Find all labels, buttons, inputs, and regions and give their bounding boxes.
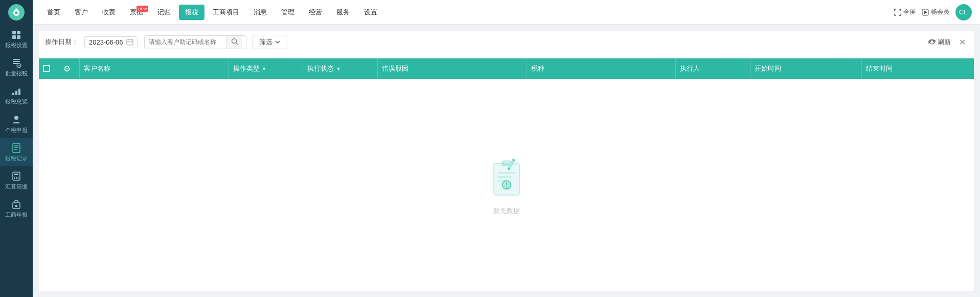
svg-point-20 xyxy=(16,177,17,178)
top-navigation: 首页 客户 收费 票据 new 记账 报税 工商项目 消息 管理 经营 服务 设… xyxy=(33,0,980,25)
svg-point-12 xyxy=(14,116,18,120)
close-button[interactable]: ✕ xyxy=(957,36,968,48)
tax-overview-icon xyxy=(10,85,22,97)
nav-operations[interactable]: 经营 xyxy=(303,5,328,20)
content-area: 操作日期： 2023-06-06 xyxy=(33,25,980,297)
nav-business[interactable]: 工商项目 xyxy=(207,5,245,20)
sidebar: 报税设置 批量报税 报税总览 xyxy=(0,0,33,297)
nav-customer[interactable]: 客户 xyxy=(69,5,94,20)
svg-rect-35 xyxy=(497,172,516,174)
play-icon xyxy=(922,9,929,16)
sidebar-item-batch-tax[interactable]: 批量报税 xyxy=(0,53,33,81)
tax-records-icon xyxy=(10,142,22,154)
new-badge: new xyxy=(136,6,148,12)
nav-tax[interactable]: 报税 xyxy=(179,5,204,20)
svg-rect-10 xyxy=(15,91,17,95)
chevron-down-icon xyxy=(275,39,281,45)
svg-rect-1 xyxy=(12,31,16,34)
svg-marker-28 xyxy=(924,10,927,14)
svg-rect-6 xyxy=(13,61,20,62)
sidebar-item-label: 汇算清缴 xyxy=(5,183,28,190)
start-time-col-header: 开始时间 xyxy=(750,58,862,79)
tax-settings-icon xyxy=(10,29,22,41)
nav-bookkeeping[interactable]: 记账 xyxy=(151,5,177,20)
settings-icon: ⚙ xyxy=(63,64,71,74)
sidebar-item-tax-settings[interactable]: 报税设置 xyxy=(0,25,33,53)
svg-rect-32 xyxy=(494,163,519,195)
svg-rect-26 xyxy=(15,205,17,207)
checkbox-header[interactable] xyxy=(39,58,59,79)
svg-point-22 xyxy=(14,178,15,179)
svg-point-21 xyxy=(18,177,19,178)
nav-settings[interactable]: 设置 xyxy=(358,5,383,20)
gear-header[interactable]: ⚙ xyxy=(59,58,80,79)
nav-items: 首页 客户 收费 票据 new 记账 报税 工商项目 消息 管理 经营 服务 设… xyxy=(41,5,894,20)
svg-point-30 xyxy=(232,38,236,43)
refresh-button[interactable]: 刷新 xyxy=(928,37,951,47)
end-time-col-header: 结束时间 xyxy=(862,58,974,79)
svg-point-41 xyxy=(506,186,507,187)
svg-rect-34 xyxy=(504,160,510,163)
calc-icon xyxy=(10,170,22,182)
logo-icon xyxy=(8,4,25,20)
personal-tax-icon xyxy=(10,114,22,126)
sidebar-item-label: 个税申报 xyxy=(5,127,28,134)
sidebar-item-label: 报税记录 xyxy=(5,155,28,162)
fullscreen-btn[interactable]: 全屏 xyxy=(894,8,916,16)
sidebar-item-tax-overview[interactable]: 报税总览 xyxy=(0,81,33,109)
nav-home[interactable]: 首页 xyxy=(41,5,66,20)
sidebar-item-annual-report[interactable]: 工商年报 xyxy=(0,194,33,222)
table-body: 暂无数据 xyxy=(39,79,974,291)
svg-rect-40 xyxy=(506,182,507,185)
refresh-icon xyxy=(928,38,936,46)
svg-rect-5 xyxy=(13,59,20,60)
empty-illustration xyxy=(486,154,527,200)
filter-bar: 操作日期： 2023-06-06 xyxy=(39,31,974,53)
sidebar-item-tax-records[interactable]: 报税记录 xyxy=(0,138,33,166)
date-picker[interactable]: 2023-06-06 xyxy=(84,36,138,48)
sidebar-item-personal-tax[interactable]: 个税申报 xyxy=(0,110,33,138)
page: 操作日期： 2023-06-06 xyxy=(33,25,980,297)
search-input[interactable] xyxy=(145,36,226,48)
nav-billing[interactable]: 收费 xyxy=(96,5,122,20)
user-avatar[interactable]: CE xyxy=(955,4,972,20)
table-header: ⚙ 客户名称 操作类型 ▼ 执行状态 ▼ xyxy=(39,58,974,79)
svg-point-0 xyxy=(15,12,18,14)
nav-service[interactable]: 服务 xyxy=(330,5,356,20)
exec-status-sort-icon[interactable]: ▼ xyxy=(336,66,341,72)
svg-point-24 xyxy=(18,178,19,179)
topnav-right: 全屏 畅会员 CE xyxy=(894,4,972,20)
svg-rect-2 xyxy=(17,31,20,34)
fullscreen-icon xyxy=(894,9,901,16)
op-type-sort-icon[interactable]: ▼ xyxy=(262,66,267,72)
svg-rect-29 xyxy=(127,39,133,45)
search-wrap xyxy=(144,35,246,49)
date-label: 操作日期： xyxy=(45,37,78,47)
batch-tax-icon xyxy=(10,57,22,69)
filter-button[interactable]: 筛选 xyxy=(253,35,287,49)
svg-rect-11 xyxy=(18,89,20,95)
search-icon xyxy=(231,38,238,45)
sidebar-item-calc-payment[interactable]: 汇算清缴 xyxy=(0,166,33,194)
svg-rect-7 xyxy=(13,63,18,64)
svg-rect-18 xyxy=(14,174,18,175)
calendar-icon xyxy=(126,38,133,46)
member-btn[interactable]: 畅会员 xyxy=(922,8,949,16)
op-type-col-header: 操作类型 ▼ xyxy=(229,58,304,79)
nav-invoice[interactable]: 票据 new xyxy=(124,5,149,20)
svg-point-19 xyxy=(14,177,15,178)
svg-rect-14 xyxy=(14,145,18,146)
sidebar-item-label: 工商年报 xyxy=(5,211,28,218)
svg-rect-3 xyxy=(12,35,16,39)
executor-col-header: 执行人 xyxy=(676,58,750,79)
nav-message[interactable]: 消息 xyxy=(247,5,273,20)
sidebar-item-label: 报税总览 xyxy=(5,98,28,105)
select-all-checkbox[interactable] xyxy=(43,65,50,72)
nav-admin[interactable]: 管理 xyxy=(275,5,301,20)
svg-rect-9 xyxy=(12,93,14,95)
sidebar-item-label: 报税设置 xyxy=(5,42,28,49)
search-button[interactable] xyxy=(226,36,242,49)
svg-rect-36 xyxy=(497,176,512,178)
main-area: 首页 客户 收费 票据 new 记账 报税 工商项目 消息 管理 经营 服务 设… xyxy=(33,0,980,297)
sidebar-item-label: 批量报税 xyxy=(5,70,28,77)
